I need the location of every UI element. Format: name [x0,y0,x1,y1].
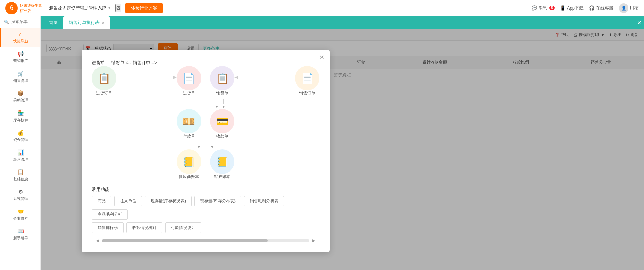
sales-bill-circle: 📋 [210,66,234,90]
modal-overlay: ✕ 进货单 ... 销货单 <-- 销售订单 --> 📋 [41,29,644,270]
supplier-account-label: 供应商账本 [179,174,199,180]
scroll-thumb [102,239,268,242]
sidebar-item-basic-info[interactable]: 📋 基础信息 [0,165,40,185]
func-btn-stock-status[interactable]: 现存量(库存状况表) [145,196,192,206]
headset-icon: 🎧 [589,5,594,11]
flow-item-purchase-order[interactable]: 📋 进货订单 [92,66,116,96]
arrow-down-sales: ▼ [222,99,226,109]
sidebar-item-inventory[interactable]: 🏪 库存核算 [0,106,40,126]
purchase-icon: 📦 [17,90,24,96]
logo-text: 畅康通好生意 标准版 [20,3,42,13]
system-icon: ⚙ [18,188,23,195]
basic-info-icon: 📋 [17,169,24,175]
func-btn-sales-rank[interactable]: 销售排行榜 [92,222,124,233]
logo-area: 6 畅康通好生意 标准版 [5,2,46,14]
customer-account-circle: 📒 [210,149,234,174]
top-bar: 6 畅康通好生意 标准版 装备及固定资产辅助管理系统 ▼ ⚙ 体验行业方案 💬 … [0,0,644,16]
func-btn-payment-stats[interactable]: 付款情况统计 [165,222,201,233]
func-btn-partner[interactable]: 往来单位 [114,196,142,206]
purchase-bill-circle: 📄 [177,66,201,90]
main-area: 🔍 搜索菜单 ⌂ 快捷导航 📢 营销推广 🛒 销售管理 📦 采购管理 🏪 [0,16,644,270]
message-badge: 5 [549,6,555,10]
flow-item-sales-bill[interactable]: 📋 销货单 [210,66,234,96]
top-bar-right: 💬 消息 5 📱 App下载 🎧 在线客服 👤 用友 [532,3,639,13]
newbie-icon: 📖 [17,228,24,234]
inventory-icon: 🏪 [17,110,24,116]
purchase-bill-label: 进货单 [183,90,195,96]
operations-icon: 📊 [17,149,24,156]
func-buttons-row2: 销售排行榜 收款情况统计 付款情况统计 [92,222,319,233]
payment-circle: 💴 [177,109,201,133]
sidebar-item-sales[interactable]: 🛒 销售管理 [0,67,40,87]
tab-bar: 首页 销售订单执行表 ✕ ✕ [41,16,644,29]
marketing-icon: 📢 [17,51,24,57]
search-icon: 🔍 [4,20,9,24]
flow-section: 进货单 ... 销货单 <-- 销售订单 --> 📋 进货订单 [92,60,319,180]
online-service-item[interactable]: 🎧 在线客服 [589,5,613,11]
message-item[interactable]: 💬 消息 5 [532,5,555,11]
sidebar-item-newbie[interactable]: 📖 新手引导 [0,224,40,244]
sidebar-item-enterprise[interactable]: 🤝 企业协同 [0,205,40,224]
enterprise-icon: 🤝 [17,208,24,215]
func-btn-product-profit[interactable]: 商品毛利分析 [92,209,128,220]
flow-item-payment[interactable]: 💴 付款单 [177,109,201,139]
scroll-left-icon[interactable]: ◀ [96,238,99,243]
receipt-circle: 💳 [210,109,234,133]
payment-label: 付款单 [183,133,195,139]
common-title: 常用功能 [92,186,319,193]
avatar: 👤 [619,3,628,13]
sidebar-item-quick-nav[interactable]: ⌂ 快捷导航 [0,28,40,47]
supplier-account-circle: 📒 [177,149,201,174]
tab-close-icon[interactable]: ✕ [102,21,104,25]
common-functions: 常用功能 商品 往来单位 现存量(库存状况表) 现存量(库存分布表) 销售毛利分… [92,186,319,233]
sidebar: 🔍 搜索菜单 ⌂ 快捷导航 📢 营销推广 🛒 销售管理 📦 采购管理 🏪 [0,16,41,270]
sales-icon: 🛒 [17,70,24,77]
scroll-track[interactable] [102,239,309,242]
flow-item-customer-account[interactable]: 📒 客户账本 [210,149,234,180]
sidebar-item-marketing[interactable]: 📢 营销推广 [0,47,40,67]
func-btn-product[interactable]: 商品 [92,196,111,206]
user-item[interactable]: 👤 用友 [619,3,639,13]
customer-account-label: 客户账本 [214,174,230,180]
flow-item-purchase-bill[interactable]: 📄 进货单 [177,66,201,96]
arrow-down-payment: ▼ [197,139,201,149]
sidebar-item-system[interactable]: ⚙ 系统管理 [0,185,40,205]
arrow-down-receipt: ▼ [210,139,214,149]
sales-bill-label: 销货单 [216,90,228,96]
func-buttons-row1: 商品 往来单位 现存量(库存状况表) 现存量(库存分布表) 销售毛利分析表 商品… [92,196,319,220]
flow-item-sales-order[interactable]: 📄 销售订单 [295,66,319,96]
func-btn-stock-dist[interactable]: 现存量(库存分布表) [194,196,241,206]
func-btn-receipt-stats[interactable]: 收款情况统计 [126,222,162,233]
close-all-tabs-button[interactable]: ✕ [637,20,641,26]
sales-order-circle: 📄 [295,66,319,90]
system-title: 装备及固定资产辅助管理系统 ▼ [49,5,112,11]
modal-box: ✕ 进货单 ... 销货单 <-- 销售订单 --> 📋 [82,50,330,252]
purchase-order-circle: 📋 [92,66,116,90]
phone-icon: 📱 [560,5,565,11]
scroll-right-icon[interactable]: ▶ [312,238,315,243]
scroll-bar-area: ◀ ▶ [92,236,319,245]
func-btn-sales-profit[interactable]: 销售毛利分析表 [244,196,284,206]
content-area: 首页 销售订单执行表 ✕ ✕ ❓ 帮助 [41,16,644,270]
sidebar-item-operations[interactable]: 📊 经营管理 [0,146,40,165]
home-icon: ⌂ [19,31,22,37]
sidebar-search[interactable]: 🔍 搜索菜单 [0,16,40,28]
sales-order-label: 销售订单 [299,90,315,96]
trial-button[interactable]: 体验行业方案 [125,3,163,13]
tab-home[interactable]: 首页 [43,16,63,29]
settings-button[interactable]: ⚙ [115,4,121,12]
finance-icon: 💰 [17,129,24,136]
flow-item-supplier-account[interactable]: 📒 供应商账本 [177,149,201,180]
page-content: ❓ 帮助 🖨 按模板打印 ▼ ⬆ 导出 ↻ [41,29,644,270]
logo-icon: 6 [5,2,18,14]
sidebar-item-purchase[interactable]: 📦 采购管理 [0,87,40,106]
app-download-item[interactable]: 📱 App下载 [560,5,584,11]
flow-item-receipt[interactable]: 💳 收款单 [210,109,234,139]
message-icon: 💬 [532,5,537,11]
sidebar-item-finance[interactable]: 💰 资金管理 [0,126,40,146]
system-dropdown-icon[interactable]: ▼ [108,6,111,10]
receipt-label: 收款单 [216,133,228,139]
modal-close-button[interactable]: ✕ [319,54,324,61]
tab-sales-order[interactable]: 销售订单执行表 ✕ [63,16,110,29]
purchase-order-label: 进货订单 [96,90,112,96]
